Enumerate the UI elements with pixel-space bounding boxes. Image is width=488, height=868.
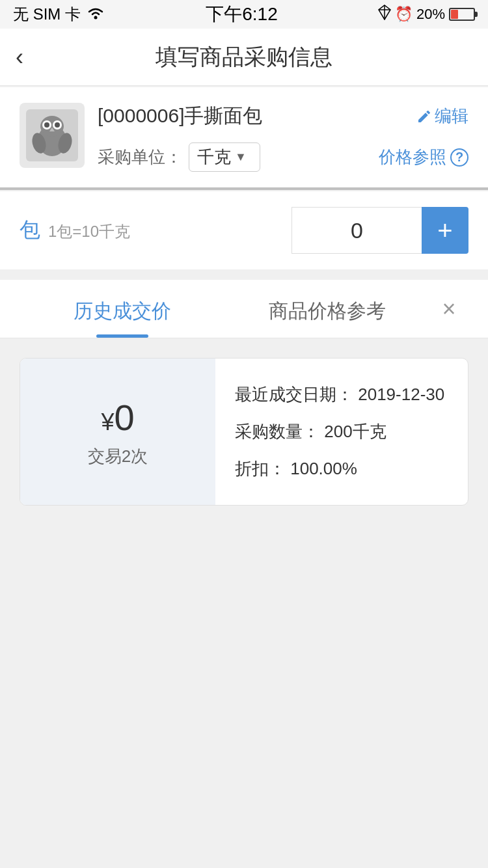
page-title: 填写商品采购信息 — [156, 42, 332, 72]
quantity-plus-button[interactable]: + — [422, 207, 468, 254]
product-card: [0000006]手撕面包 编辑 采购单位： 千克 ▼ 价格 — [0, 87, 488, 187]
latest-date-row: 最近成交日期： 2019-12-30 — [235, 382, 448, 407]
product-name: [0000006]手撕面包 — [98, 103, 262, 129]
trade-card-left: ¥0 交易2次 — [20, 359, 215, 505]
trade-card: ¥0 交易2次 最近成交日期： 2019-12-30 采购数量： 200千克 折… — [20, 358, 468, 506]
quantity-input[interactable] — [291, 207, 422, 254]
product-logo-image — [26, 109, 78, 161]
product-logo — [20, 103, 85, 168]
discount-label: 折扣： — [235, 459, 286, 478]
divider — [0, 187, 488, 190]
edit-label: 编辑 — [435, 105, 468, 128]
latest-date-value: 2019-12-30 — [358, 385, 444, 404]
svg-point-0 — [94, 16, 98, 20]
edit-button[interactable]: 编辑 — [416, 105, 468, 128]
svg-point-6 — [44, 122, 49, 128]
svg-point-7 — [55, 122, 60, 128]
tab-history-price-label: 历史成交价 — [74, 300, 171, 321]
battery-icon — [449, 8, 475, 21]
nav-bar: ‹ 填写商品采购信息 — [0, 29, 488, 86]
status-right: ⏰ 20% — [378, 5, 475, 24]
quantity-input-group: + — [291, 207, 468, 254]
latest-date-label: 最近成交日期： — [235, 385, 353, 404]
status-bar: 无 SIM 卡 下午6:12 ⏰ 20% — [0, 0, 488, 29]
quantity-unit: 包 — [20, 216, 40, 245]
trade-amount: 0 — [114, 397, 134, 438]
discount-row: 折扣： 100.00% — [235, 456, 448, 481]
tab-history-price[interactable]: 历史成交价 — [20, 280, 224, 338]
quantity-label-group: 包 1包=10千克 — [20, 216, 130, 245]
product-name-row: [0000006]手撕面包 编辑 — [98, 103, 468, 129]
unit-value: 千克 — [197, 146, 231, 169]
tab-product-price-ref[interactable]: 商品价格参考 — [224, 280, 429, 338]
carrier-text: 无 SIM 卡 — [13, 4, 81, 25]
trade-card-right: 最近成交日期： 2019-12-30 采购数量： 200千克 折扣： 100.0… — [215, 359, 468, 505]
unit-label: 采购单位： — [98, 146, 182, 169]
tabs-bar: 历史成交价 商品价格参考 × — [0, 280, 488, 338]
trade-price: ¥0 — [101, 396, 134, 439]
tabs-close-button[interactable]: × — [429, 290, 468, 329]
currency-symbol: ¥ — [101, 409, 114, 435]
status-left: 无 SIM 卡 — [13, 4, 105, 25]
help-icon: ? — [450, 148, 468, 167]
wifi-icon — [86, 5, 105, 23]
purchase-qty-row: 采购数量： 200千克 — [235, 419, 448, 444]
edit-icon — [416, 109, 432, 124]
status-time: 下午6:12 — [206, 2, 278, 27]
product-header: [0000006]手撕面包 编辑 采购单位： 千克 ▼ 价格 — [20, 103, 468, 172]
quantity-row: 包 1包=10千克 + — [0, 191, 488, 269]
unit-dropdown-arrow: ▼ — [235, 150, 247, 164]
location-icon — [378, 5, 391, 24]
trade-count: 交易2次 — [88, 445, 148, 468]
purchase-qty-label: 采购数量： — [235, 422, 319, 441]
content-area: ¥0 交易2次 最近成交日期： 2019-12-30 采购数量： 200千克 折… — [0, 338, 488, 599]
price-ref-label: 价格参照 — [379, 146, 446, 169]
unit-select[interactable]: 千克 ▼ — [189, 142, 260, 172]
alarm-icon: ⏰ — [395, 6, 413, 23]
back-button[interactable]: ‹ — [16, 44, 23, 71]
unit-row: 采购单位： 千克 ▼ 价格参照 ? — [98, 142, 468, 172]
price-reference-button[interactable]: 价格参照 ? — [379, 146, 468, 169]
quantity-hint: 1包=10千克 — [48, 221, 130, 242]
product-info: [0000006]手撕面包 编辑 采购单位： 千克 ▼ 价格 — [98, 103, 468, 172]
purchase-qty-value: 200千克 — [324, 422, 386, 441]
tab-product-price-ref-label: 商品价格参考 — [269, 300, 386, 321]
discount-value: 100.00% — [290, 459, 357, 478]
battery-percent: 20% — [416, 6, 445, 23]
